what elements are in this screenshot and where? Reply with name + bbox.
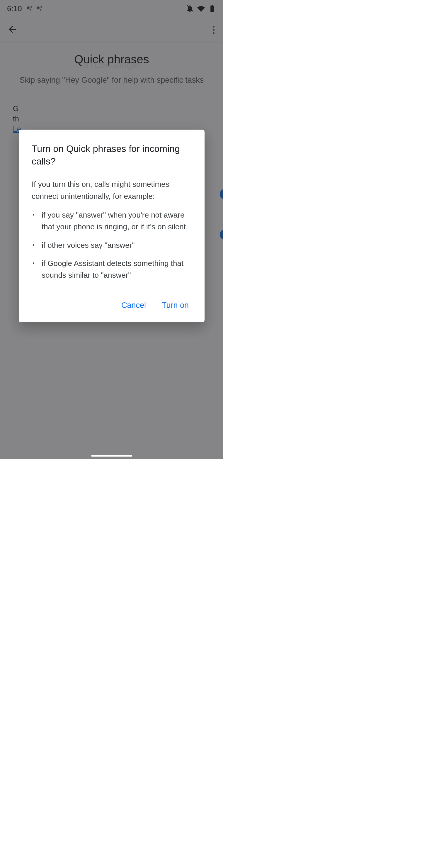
dialog-body: If you turn this on, calls might sometim…	[32, 178, 192, 281]
navigation-bar-handle[interactable]	[91, 455, 132, 457]
dialog-intro: If you turn this on, calls might sometim…	[32, 178, 192, 202]
dialog-bullet: if other voices say "answer"	[40, 239, 192, 251]
dialog-bullet-list: if you say "answer" when you're not awar…	[32, 209, 192, 281]
dialog-actions: Cancel Turn on	[32, 299, 192, 315]
cancel-button[interactable]: Cancel	[120, 299, 147, 312]
dialog-bullet: if you say "answer" when you're not awar…	[40, 209, 192, 233]
confirm-dialog: Turn on Quick phrases for incoming calls…	[19, 130, 204, 322]
dialog-title: Turn on Quick phrases for incoming calls…	[32, 143, 192, 168]
dialog-bullet: if Google Assistant detects something th…	[40, 257, 192, 281]
turn-on-button[interactable]: Turn on	[161, 299, 190, 312]
